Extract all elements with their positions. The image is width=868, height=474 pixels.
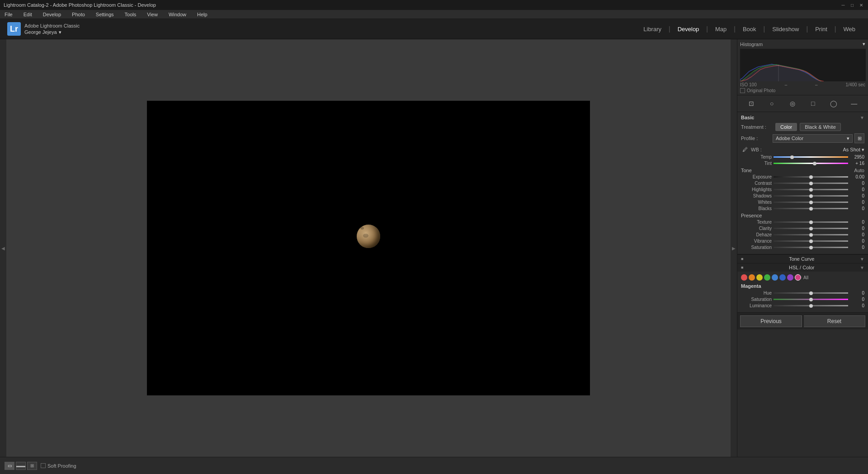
basic-panel-header: Basic ▼: [741, 115, 864, 120]
dehaze-thumb[interactable]: [809, 233, 813, 237]
color-dot-blue[interactable]: [779, 274, 786, 281]
previous-button[interactable]: Previous: [740, 315, 802, 327]
menu-settings[interactable]: Settings: [94, 12, 116, 17]
color-dot-yellow[interactable]: [756, 274, 763, 281]
highlights-slider[interactable]: [774, 189, 848, 190]
histogram-section: Histogram ▾: [737, 39, 868, 95]
whites-slider[interactable]: [774, 202, 848, 203]
nav-web[interactable]: Web: [838, 24, 861, 34]
maximize-button[interactable]: □: [849, 2, 855, 8]
color-all-button[interactable]: All: [803, 275, 808, 280]
color-dot-orange[interactable]: [749, 274, 755, 281]
tone-subheader: Tone Auto: [741, 168, 864, 173]
color-dot-purple[interactable]: [787, 274, 793, 281]
crop-tool[interactable]: ⊡: [745, 98, 757, 109]
moon: [357, 225, 380, 248]
original-photo-checkbox[interactable]: [740, 88, 745, 93]
vibrance-slider[interactable]: [774, 240, 848, 242]
hsl-luminance-slider[interactable]: [774, 305, 848, 306]
hsl-hue-thumb[interactable]: [809, 291, 813, 295]
temp-thumb[interactable]: [790, 155, 794, 159]
profile-select[interactable]: Adobe Color ▾: [773, 134, 853, 143]
left-panel-toggle[interactable]: ◀: [0, 39, 6, 457]
nav-library[interactable]: Library: [638, 24, 667, 34]
vibrance-thumb[interactable]: [809, 239, 813, 243]
menu-help[interactable]: Help: [195, 12, 209, 17]
hsl-luminance-label: Luminance: [741, 303, 772, 308]
wb-value[interactable]: As Shot ▾: [843, 147, 864, 153]
basic-panel-collapse[interactable]: ▼: [860, 115, 864, 120]
color-dot-green[interactable]: [764, 274, 770, 281]
blacks-thumb[interactable]: [809, 207, 813, 211]
nav-slideshow[interactable]: Slideshow: [767, 24, 804, 34]
saturation-thumb[interactable]: [809, 246, 813, 249]
highlights-label: Highlights: [741, 187, 772, 192]
tint-thumb[interactable]: [813, 162, 816, 165]
tint-slider[interactable]: [774, 163, 848, 164]
histogram-collapse-icon[interactable]: ▾: [863, 41, 865, 47]
dehaze-slider[interactable]: [774, 234, 848, 235]
hsl-color-header[interactable]: ■ HSL / Color ▼: [737, 263, 868, 272]
texture-thumb[interactable]: [809, 221, 813, 224]
tone-curve-header[interactable]: ■ Tone Curve ▼: [737, 254, 868, 263]
original-photo-row: Original Photo: [740, 88, 865, 93]
adjustment-brush-tool[interactable]: □: [807, 98, 819, 109]
clarity-thumb[interactable]: [809, 227, 813, 230]
redeye-tool[interactable]: ◎: [787, 98, 798, 109]
menu-photo[interactable]: Photo: [70, 12, 87, 17]
exposure-thumb[interactable]: [809, 175, 813, 179]
saturation-slider[interactable]: [774, 247, 848, 248]
hsl-hue-slider[interactable]: [774, 292, 848, 294]
profile-grid-button[interactable]: ⊞: [854, 133, 864, 143]
single-view-btn[interactable]: ▭: [5, 462, 14, 470]
wb-row: 🖉 WB : As Shot ▾: [741, 145, 864, 154]
radial-filter-tool[interactable]: ◯: [828, 98, 840, 109]
menu-tools[interactable]: Tools: [123, 12, 138, 17]
clarity-slider[interactable]: [774, 228, 848, 229]
reset-button[interactable]: Reset: [804, 315, 865, 327]
color-dot-red[interactable]: [741, 274, 747, 281]
shadows-thumb[interactable]: [809, 194, 813, 198]
menu-edit[interactable]: Edit: [22, 12, 34, 17]
treatment-bw-btn[interactable]: Black & White: [800, 123, 840, 131]
highlights-thumb[interactable]: [809, 188, 813, 192]
tone-auto-btn[interactable]: Auto: [854, 168, 864, 173]
close-button[interactable]: ✕: [858, 2, 864, 8]
menu-develop[interactable]: Develop: [41, 12, 63, 17]
survey-view-btn[interactable]: ⊞: [27, 462, 37, 470]
nav-develop[interactable]: Develop: [672, 24, 705, 34]
soft-proofing-toggle[interactable]: Soft Proofing: [41, 463, 76, 469]
nav-book[interactable]: Book: [737, 24, 762, 34]
compare-view-btn[interactable]: ▬▬: [16, 462, 26, 470]
photo-frame: [147, 101, 590, 395]
hsl-luminance-thumb[interactable]: [809, 304, 813, 308]
color-dot-magenta[interactable]: [795, 274, 801, 281]
saturation-label: Saturation: [741, 245, 772, 250]
right-panel-toggle[interactable]: ▶: [731, 39, 737, 457]
exposure-slider[interactable]: [774, 176, 848, 178]
range-mask-tool[interactable]: —: [848, 98, 860, 109]
action-bar: Previous Reset: [737, 312, 868, 329]
blacks-slider[interactable]: [774, 208, 848, 209]
minimize-button[interactable]: ─: [840, 2, 846, 8]
soft-proofing-checkbox[interactable]: [41, 463, 46, 468]
contrast-slider[interactable]: [774, 183, 848, 184]
wb-eyedropper[interactable]: 🖉: [741, 145, 749, 154]
hsl-saturation-slider[interactable]: [774, 299, 848, 300]
hsl-saturation-thumb[interactable]: [809, 298, 813, 301]
nav-print[interactable]: Print: [810, 24, 833, 34]
temp-slider[interactable]: [774, 156, 848, 158]
nav-map[interactable]: Map: [710, 24, 732, 34]
whites-thumb[interactable]: [809, 201, 813, 204]
menu-window[interactable]: Window: [167, 12, 188, 17]
texture-slider[interactable]: [774, 221, 848, 223]
treatment-color-btn[interactable]: Color: [775, 123, 797, 131]
menu-view[interactable]: View: [145, 12, 160, 17]
color-dot-aqua[interactable]: [772, 274, 778, 281]
contrast-thumb[interactable]: [809, 182, 813, 185]
shadows-slider[interactable]: [774, 195, 848, 197]
hsl-saturation-label: Saturation: [741, 297, 772, 302]
menu-file[interactable]: File: [3, 12, 14, 17]
clarity-value: 0: [850, 226, 864, 231]
spot-removal-tool[interactable]: ○: [766, 98, 778, 109]
